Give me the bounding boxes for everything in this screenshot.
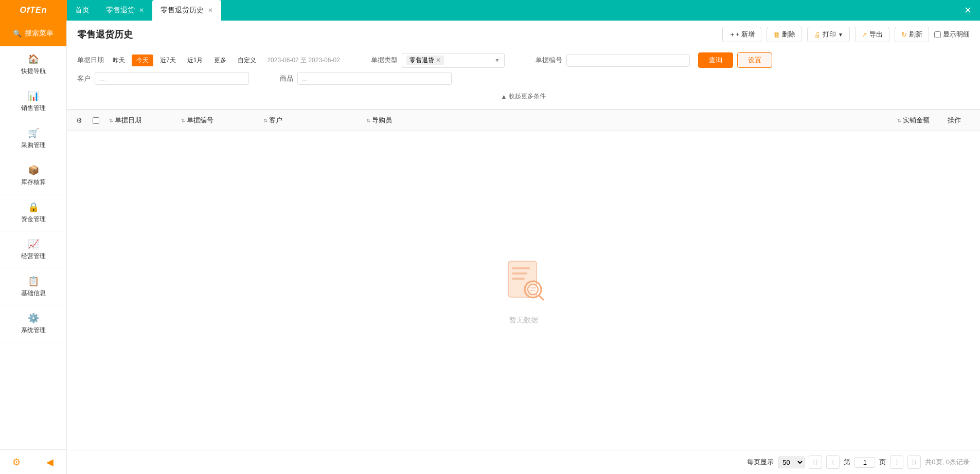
content-area: 零售退货历史 ＋ + 新增 🗑 删除 🖨 打印 ▼ — [67, 21, 980, 474]
purchase-icon: 🛒 — [28, 127, 39, 139]
date-btn-7days[interactable]: 近7天 — [155, 54, 181, 66]
sidebar-item-basic-info[interactable]: 📋 基础信息 — [0, 268, 66, 305]
collapse-icon: ◀ — [46, 457, 54, 468]
sidebar-item-system[interactable]: ⚙️ 系统管理 — [0, 305, 66, 342]
sidebar-settings-btn[interactable]: ⚙ — [0, 450, 33, 474]
table-col-customer[interactable]: ⇅ 客户 — [259, 116, 362, 125]
date-btn-yesterday[interactable]: 昨天 — [108, 54, 130, 66]
inventory-icon: 📦 — [28, 165, 39, 176]
empty-text: 暂无数据 — [509, 316, 538, 325]
tab-home[interactable]: 首页 — [67, 0, 98, 21]
page-size-select[interactable]: 50 20 100 — [778, 457, 805, 468]
type-filter-select[interactable]: 零售退货 ✕ ▼ — [402, 53, 505, 68]
svg-line-6 — [539, 295, 543, 300]
gear-icon: ⚙ — [76, 117, 82, 124]
sidebar-item-sales[interactable]: 📊 销售管理 — [0, 83, 66, 120]
finance-icon: 🔒 — [28, 202, 39, 213]
empty-illustration — [498, 256, 549, 307]
collapse-up-icon: ▲ — [501, 93, 507, 100]
table-col-date[interactable]: ⇅ 单据日期 — [105, 116, 177, 125]
sort-icon-guide: ⇅ — [366, 118, 370, 123]
settings-filter-button[interactable]: 设置 — [737, 52, 772, 68]
show-detail-checkbox[interactable] — [934, 31, 941, 38]
filter-number-group: 单据编号 查询 设置 — [536, 52, 772, 68]
filter-row-1: 单据日期 昨天 今天 近7天 近1月 更多 自定义 2023-06-02 至 2… — [77, 52, 970, 68]
number-filter-input[interactable] — [566, 54, 690, 67]
date-btn-today[interactable]: 今天 — [132, 54, 153, 66]
prev-page-btn[interactable]: ⟨ — [826, 455, 840, 469]
settings-icon: ⚙ — [12, 457, 21, 468]
collapse-btn[interactable]: ▲ 收起更多条件 — [496, 91, 551, 102]
goods-filter-input[interactable]: ... — [297, 72, 452, 85]
basic-info-icon: 📋 — [28, 276, 39, 287]
query-button[interactable]: 查询 — [698, 52, 733, 68]
sidebar-collapse-btn[interactable]: ◀ — [33, 450, 67, 474]
sidebar-search[interactable]: 🔍 搜索菜单 — [0, 21, 66, 46]
svg-rect-3 — [512, 278, 525, 280]
home-icon: 🏠 — [28, 53, 39, 65]
sort-icon-customer: ⇅ — [263, 118, 268, 123]
print-icon: 🖨 — [814, 31, 821, 39]
print-button[interactable]: 🖨 打印 ▼ — [807, 27, 850, 42]
filter-date-group: 单据日期 昨天 今天 近7天 近1月 更多 自定义 2023-06-02 至 2… — [77, 54, 340, 66]
collapse-row: ▲ 收起更多条件 — [77, 89, 970, 104]
close-tab-retail-return[interactable]: ✕ — [139, 7, 144, 14]
page-number-input[interactable] — [854, 457, 875, 468]
export-button[interactable]: ↗ 导出 — [855, 27, 889, 42]
export-icon: ↗ — [862, 31, 867, 39]
show-detail-checkbox-label: 显示明细 — [934, 30, 970, 39]
brand-logo: OfTEn — [20, 6, 47, 15]
first-page-btn[interactable]: ⟨⟨ — [809, 455, 822, 469]
delete-button[interactable]: 🗑 删除 — [767, 27, 802, 42]
page-size-label: 每页显示 — [747, 458, 774, 467]
tab-retail-return[interactable]: 零售退货 ✕ — [98, 0, 152, 21]
filter-type-group: 单据类型 零售退货 ✕ ▼ — [371, 53, 505, 68]
sidebar-item-purchase[interactable]: 🛒 采购管理 — [0, 120, 66, 157]
page-title-row: 零售退货历史 ＋ + 新增 🗑 删除 🖨 打印 ▼ — [77, 27, 970, 42]
table-col-checkbox[interactable] — [88, 117, 105, 124]
sidebar-item-inventory[interactable]: 📦 库存核算 — [0, 157, 66, 194]
main-layout: 🔍 搜索菜单 🏠 快捷导航 📊 销售管理 🛒 采购管理 📦 库存核算 🔒 资金管… — [0, 21, 980, 474]
date-range-display: 2023-06-02 至 2023-06-02 — [267, 56, 340, 65]
date-btn-more[interactable]: 更多 — [209, 54, 231, 66]
top-bar-right: ✕ — [964, 5, 980, 16]
refresh-button[interactable]: ↻ 刷新 — [895, 27, 929, 42]
sidebar-bottom: ⚙ ◀ — [0, 449, 66, 474]
plus-icon: ＋ — [729, 30, 736, 39]
top-bar: OfTEn 首页 零售退货 ✕ 零售退货历史 ✕ ✕ — [0, 0, 980, 21]
table-col-settings[interactable]: ⚙ — [72, 117, 88, 124]
sidebar: 🔍 搜索菜单 🏠 快捷导航 📊 销售管理 🛒 采购管理 📦 库存核算 🔒 资金管… — [0, 21, 67, 474]
table-col-number[interactable]: ⇅ 单据编号 — [177, 116, 259, 125]
svg-point-5 — [528, 284, 538, 295]
page-chapter-label: 第 — [844, 458, 850, 467]
goods-filter-label: 商品 — [280, 74, 293, 83]
sidebar-item-operations[interactable]: 📈 经营管理 — [0, 231, 66, 268]
new-button[interactable]: ＋ + 新增 — [722, 27, 761, 42]
toolbar: ＋ + 新增 🗑 删除 🖨 打印 ▼ ↗ 导出 — [722, 27, 970, 42]
filter-area: 单据日期 昨天 今天 近7天 近1月 更多 自定义 2023-06-02 至 2… — [77, 47, 970, 109]
print-dropdown-icon: ▼ — [838, 32, 843, 38]
empty-state: 暂无数据 — [67, 131, 980, 450]
table-col-amount[interactable]: ⇅ 实销金额 — [872, 116, 934, 125]
sort-icon-number: ⇅ — [181, 118, 185, 123]
table-col-guide[interactable]: ⇅ 导购员 — [362, 116, 424, 125]
date-btn-custom[interactable]: 自定义 — [233, 54, 261, 66]
date-btn-1month[interactable]: 近1月 — [183, 54, 208, 66]
close-tab-history[interactable]: ✕ — [208, 7, 213, 14]
type-tag-remove[interactable]: ✕ — [436, 57, 441, 64]
last-page-btn[interactable]: ⟩⟩ — [907, 455, 921, 469]
window-close-btn[interactable]: ✕ — [964, 5, 972, 16]
page-header: 零售退货历史 ＋ + 新增 🗑 删除 🖨 打印 ▼ — [67, 21, 980, 110]
date-buttons: 昨天 今天 近7天 近1月 更多 自定义 — [108, 54, 261, 66]
select-all-checkbox[interactable] — [93, 117, 99, 124]
type-select-arrow: ▼ — [494, 57, 500, 63]
sort-icon-amount: ⇅ — [897, 118, 901, 123]
tab-retail-return-history[interactable]: 零售退货历史 ✕ — [152, 0, 221, 21]
customer-filter-input[interactable]: ... — [95, 72, 249, 85]
type-filter-label: 单据类型 — [371, 56, 398, 65]
sidebar-item-quick-nav[interactable]: 🏠 快捷导航 — [0, 46, 66, 83]
refresh-icon: ↻ — [901, 31, 907, 39]
next-page-btn[interactable]: ⟩ — [890, 455, 903, 469]
sidebar-item-finance[interactable]: 🔒 资金管理 — [0, 194, 66, 231]
operations-icon: 📈 — [28, 239, 39, 250]
